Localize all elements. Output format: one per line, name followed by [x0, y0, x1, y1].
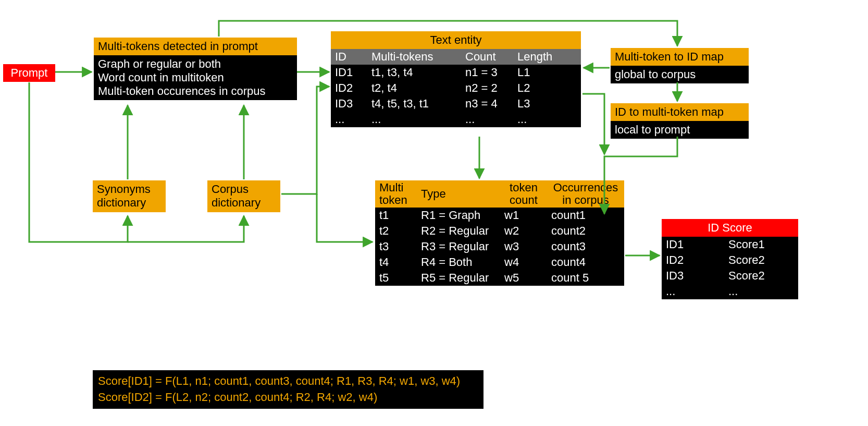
- detected-row: Word count in multitoken: [98, 71, 293, 84]
- col-count: Count: [461, 49, 513, 65]
- id-score-title: ID Score: [662, 219, 798, 237]
- formula-2: Score[ID2] = F(L2, n2; count2, count4; R…: [98, 390, 478, 406]
- corpus-dict-box: Corpus dictionary: [207, 180, 280, 212]
- mt-to-id-body: global to corpus: [611, 66, 749, 83]
- prompt-label: Prompt: [3, 64, 55, 82]
- prompt-box: Prompt: [3, 64, 55, 82]
- id-to-mt-body: local to prompt: [611, 121, 749, 139]
- table-row: ... ...: [662, 284, 798, 299]
- token-table-body: t1 R1 = Graph w1 count1 t2 R2 = Regular …: [375, 208, 624, 286]
- mt-to-id-title: Multi-token to ID map: [611, 48, 749, 66]
- table-row: t3 R3 = Regular w3 count3: [375, 239, 624, 254]
- col-type: Type: [417, 180, 500, 208]
- id-score-body: ID1 Score1 ID2 Score2 ID3 Score2 ... ...: [662, 237, 798, 299]
- col-mtok: Multi-tokens: [367, 49, 461, 65]
- col-mtok: Multi token: [375, 180, 417, 208]
- token-table-box: Multi token Type token count Occurrences…: [375, 180, 624, 286]
- table-row: ID1 Score1: [662, 237, 798, 252]
- detected-row: Multi-token occurences in corpus: [98, 84, 293, 98]
- table-row: t5 R5 = Regular w5 count 5: [375, 270, 624, 286]
- text-entity-body: ID1 t1, t3, t4 n1 = 3 L1 ID2 t2, t4 n2 =…: [331, 65, 581, 127]
- table-row: t2 R2 = Regular w2 count2: [375, 223, 624, 239]
- formula-1: Score[ID1] = F(L1, n1; count1, count3, c…: [98, 373, 478, 390]
- col-occ: Occurrences in corpus: [547, 180, 624, 208]
- table-row: ID3 t4, t5, t3, t1 n3 = 4 L3: [331, 96, 581, 112]
- table-row: ID1 t1, t3, t4 n1 = 3 L1: [331, 65, 581, 80]
- detected-body: Graph or regular or both Word count in m…: [94, 55, 297, 100]
- id-score-box: ID Score ID1 Score1 ID2 Score2 ID3 Score…: [662, 219, 798, 299]
- detected-title: Multi-tokens detected in prompt: [94, 38, 297, 55]
- table-row: t1 R1 = Graph w1 count1: [375, 208, 624, 223]
- text-entity-box: Text entity ID Multi-tokens Count Length…: [331, 31, 581, 127]
- table-row: ID2 Score2: [662, 252, 798, 268]
- table-row: ID3 Score2: [662, 268, 798, 284]
- table-row: ... ... ... ...: [331, 112, 581, 127]
- table-row: t4 R4 = Both w4 count4: [375, 254, 624, 270]
- detected-box: Multi-tokens detected in prompt Graph or…: [94, 38, 297, 100]
- syn-line2: dictionary: [97, 196, 162, 210]
- id-to-mt-title: ID to multi-token map: [611, 103, 749, 121]
- token-table-header: Multi token Type token count Occurrences…: [375, 180, 624, 208]
- mt-to-id-box: Multi-token to ID map global to corpus: [611, 48, 749, 83]
- table-row: ID2 t2, t4 n2 = 2 L2: [331, 80, 581, 96]
- detected-row: Graph or regular or both: [98, 57, 293, 71]
- col-tcnt: token count: [500, 180, 547, 208]
- corp-line1: Corpus: [212, 182, 276, 196]
- corp-line2: dictionary: [212, 196, 276, 210]
- id-to-mt-box: ID to multi-token map local to prompt: [611, 103, 749, 139]
- text-entity-title: Text entity: [331, 31, 581, 49]
- formula-box: Score[ID1] = F(L1, n1; count1, count3, c…: [93, 370, 483, 409]
- syn-line1: Synonyms: [97, 182, 162, 196]
- col-length: Length: [513, 49, 581, 65]
- synonyms-dict-box: Synonyms dictionary: [93, 180, 166, 212]
- col-id: ID: [331, 49, 367, 65]
- text-entity-header: ID Multi-tokens Count Length: [331, 49, 581, 65]
